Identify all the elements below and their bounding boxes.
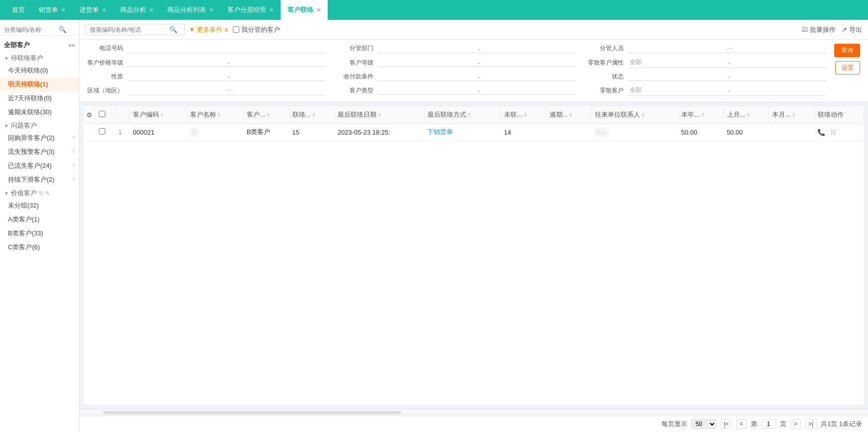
sidebar-item-declining[interactable]: 持续下滑客户(2) ?	[0, 173, 79, 187]
chevron-down-icon: ⌄	[727, 59, 824, 66]
nav-close-icon[interactable]: ✕	[61, 7, 66, 13]
filter-nature-select[interactable]: ⌄	[127, 72, 326, 81]
my-customers-checkbox-wrap[interactable]: 我分管的客户	[233, 25, 280, 34]
group-pending-contact[interactable]: 待联络客户	[0, 52, 79, 64]
sidebar-item-today[interactable]: 今天待联络(0)	[0, 64, 79, 77]
data-table: ⚙ 客户编码⇕ 客户名称⇕ 客户...⇕ 联络...⇕ 最后联络日期⇕ 最后联络…	[83, 106, 864, 141]
select-all-checkbox[interactable]	[99, 111, 105, 117]
batch-action-button[interactable]: ☑ 批量操作	[802, 25, 836, 34]
col-overdue[interactable]: 逾期...⇕	[546, 106, 591, 124]
all-customers-header[interactable]: 全部客户 ««	[0, 38, 79, 52]
filter-price-select[interactable]: ⌄	[127, 58, 326, 67]
col-name[interactable]: 客户名称⇕	[187, 106, 244, 124]
contact-method-link[interactable]: 下销货单	[427, 128, 453, 136]
search-input[interactable]	[90, 26, 169, 33]
nav-close-icon[interactable]: ✕	[209, 7, 214, 13]
sort-icon: ⇕	[792, 112, 796, 118]
group-value-customers[interactable]: 价值客户 ↻ ✎	[0, 187, 79, 199]
col-type[interactable]: 客户...⇕	[244, 106, 289, 124]
col-last-month[interactable]: 上月...⇕	[723, 106, 769, 124]
refresh-icon[interactable]: ↻	[39, 190, 43, 197]
cell-action: 📞 ☷	[814, 124, 864, 141]
page-input[interactable]	[761, 420, 776, 429]
filter-retail-attr-select[interactable]: 全部 ⌄	[628, 57, 826, 68]
next-page-button[interactable]: >	[791, 419, 801, 429]
action-phone-icon[interactable]: 📞	[817, 129, 825, 136]
chevron-down-icon: ⌄	[477, 45, 574, 52]
col-code[interactable]: 客户编码⇕	[130, 106, 187, 124]
more-icon[interactable]: ···	[224, 87, 324, 94]
filter-status-select[interactable]: ⌄	[628, 72, 826, 81]
sidebar-item-class-a[interactable]: A类客户(1)	[0, 213, 79, 226]
filter-retail-customer-select[interactable]: 全部 ⌄	[628, 85, 826, 96]
first-page-button[interactable]: |<	[721, 419, 732, 429]
help-icon: ?	[72, 135, 75, 141]
filter-payment-select[interactable]: ⌄	[377, 72, 576, 81]
group-problem-customers[interactable]: 问题客户	[0, 119, 79, 131]
data-table-wrap: ⚙ 客户编码⇕ 客户名称⇕ 客户...⇕ 联络...⇕ 最后联络日期⇕ 最后联络…	[83, 106, 864, 405]
more-conditions-button[interactable]: ▼ 更多条件 ∧	[189, 25, 229, 34]
action-qr-icon[interactable]: ☷	[830, 129, 836, 136]
filter-status: 状态 ⌄	[588, 72, 826, 81]
nav-close-icon[interactable]: ✕	[316, 7, 321, 13]
col-this-year[interactable]: 本年...⇕	[678, 106, 723, 124]
col-uncontacted[interactable]: 未联...⇕	[501, 106, 546, 124]
sidebar-search-icon[interactable]: 🔍	[59, 26, 67, 33]
nav-close-icon[interactable]: ✕	[102, 7, 106, 13]
col-unit-contact[interactable]: 往来单位联系人⇕	[592, 106, 678, 124]
help-icon: ?	[72, 163, 75, 169]
filter-dept-select[interactable]: ⌄	[377, 44, 576, 53]
sidebar-item-repurchase-abnormal[interactable]: 回购异常客户(2) ?	[0, 131, 79, 145]
nav-item-purchase[interactable]: 进货单✕	[72, 0, 113, 20]
col-last-method[interactable]: 最后联络方式⇕	[424, 106, 501, 124]
row-checkbox[interactable]	[99, 128, 105, 135]
sidebar-search-input[interactable]	[4, 26, 59, 33]
horizontal-scrollbar[interactable]	[103, 411, 401, 414]
nav-item-sales[interactable]: 销货单✕	[32, 0, 72, 20]
edit-icon[interactable]: ✎	[45, 190, 50, 197]
prev-page-button[interactable]: <	[736, 419, 747, 429]
filter-type-select[interactable]: ⌄	[377, 86, 576, 95]
more-icon[interactable]: ···	[725, 45, 824, 52]
chevron-down-icon: ⌄	[477, 87, 574, 93]
filter-level-select[interactable]: ⌄	[377, 58, 576, 67]
filter-area-select[interactable]: ···	[127, 86, 326, 95]
col-this-month[interactable]: 本月...⇕	[769, 106, 814, 124]
nav-item-home[interactable]: 首页	[5, 0, 32, 20]
sidebar-item-lost-confirmed[interactable]: 已流失客户(24) ?	[0, 159, 79, 173]
checkbox-icon: ☑	[802, 26, 808, 33]
nav-close-icon[interactable]: ✕	[149, 7, 153, 13]
cell-last-method[interactable]: 下销货单	[424, 124, 501, 141]
filter-phone-input[interactable]	[127, 44, 326, 53]
collapse-icon: ««	[69, 42, 75, 49]
nav-item-customer-tier[interactable]: 客户分层经营✕	[220, 0, 281, 20]
nav-item-customer-contact[interactable]: 客户联络✕	[281, 0, 328, 20]
sidebar-item-week[interactable]: 近7天待联络(0)	[0, 91, 79, 105]
my-customers-checkbox[interactable]	[233, 26, 239, 33]
chevron-down-icon: ⌄	[477, 73, 574, 79]
export-button[interactable]: ↗ 导出	[842, 25, 862, 34]
nav-item-analysis-table[interactable]: 商品分析列表✕	[160, 0, 220, 20]
page-size-select[interactable]: 50 100 200	[691, 419, 717, 429]
search-input-wrap: 🔍	[85, 24, 185, 35]
col-last-date[interactable]: 最后联络日期⇕	[335, 106, 425, 124]
sidebar-item-class-b[interactable]: B类客户(33)	[0, 226, 79, 240]
sidebar-item-ungrouped[interactable]: 未分组(32)	[0, 199, 79, 213]
nav-close-icon[interactable]: ✕	[269, 7, 274, 13]
sidebar-item-tomorrow[interactable]: 明天待联络(1)	[0, 77, 79, 91]
settings-button[interactable]: 设置	[835, 61, 860, 74]
last-page-button[interactable]: >|	[805, 419, 817, 429]
cell-checkbox	[96, 124, 116, 141]
query-button[interactable]: 查询	[834, 44, 860, 57]
nav-item-analysis[interactable]: 商品分析✕	[113, 0, 160, 20]
table-row: 1 000021 Ea B类客户 15 2023-05-23 18:25: 下销…	[83, 124, 864, 141]
sidebar-item-lost[interactable]: 流失预警客户(3) ?	[0, 145, 79, 159]
sidebar-item-overdue[interactable]: 逾期未联络(30)	[0, 105, 79, 119]
filter-person-select[interactable]: ···	[628, 44, 826, 53]
col-settings[interactable]: ⚙	[83, 106, 96, 124]
search-button[interactable]: 🔍	[169, 26, 177, 33]
customer-name-blurred: Ea	[190, 129, 198, 136]
col-contact-count[interactable]: 联络...⇕	[289, 106, 334, 124]
sidebar-item-class-c[interactable]: C类客户(6)	[0, 240, 79, 254]
filter-person: 分管人员 ···	[588, 44, 826, 53]
